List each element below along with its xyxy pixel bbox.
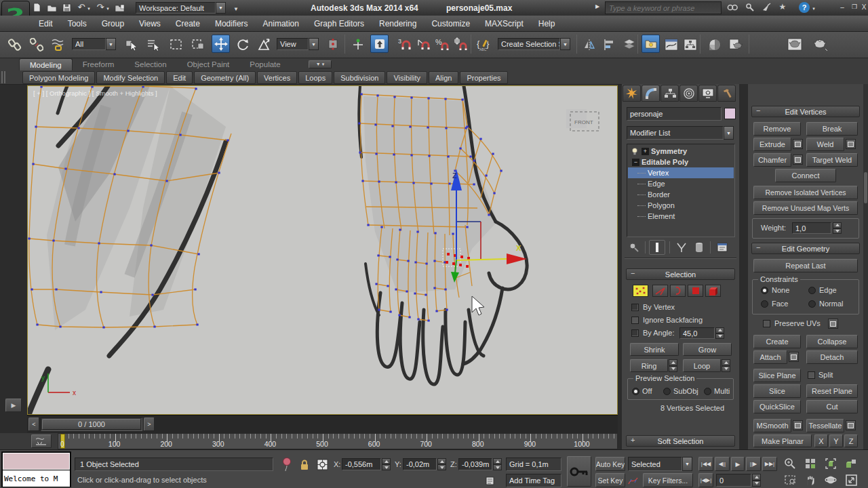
previous-frame-button[interactable]: ◀|| [715, 457, 730, 471]
subobject-edge-icon[interactable] [652, 285, 668, 297]
subobject-border-icon[interactable] [670, 285, 686, 297]
repeat-last-button[interactable]: Repeat Last [753, 259, 858, 272]
communication-center-icon[interactable] [745, 3, 755, 12]
tessellate-settings-icon[interactable] [846, 420, 856, 430]
connect-button[interactable]: Connect [775, 169, 836, 182]
preview-subobj-radio[interactable] [663, 388, 671, 395]
constraint-face-radio[interactable] [761, 300, 768, 308]
preserve-uvs-checkbox[interactable] [763, 320, 770, 327]
reference-coordinate-arrow[interactable]: ▼ [309, 38, 319, 50]
x-coord-field[interactable]: -0,556m [342, 458, 381, 470]
preview-off-radio[interactable] [632, 388, 639, 395]
minimize-button[interactable]: – [837, 2, 848, 12]
ribbon-panel-button[interactable]: Loops [298, 71, 332, 84]
selection-filter-dropdown[interactable]: All [72, 38, 106, 50]
pin-stack-icon[interactable] [626, 240, 642, 255]
break-button[interactable]: Break [806, 122, 858, 136]
tessellate-button[interactable]: Tessellate [806, 419, 844, 432]
set-key-button[interactable]: Set Key [595, 473, 625, 487]
next-frame-button[interactable]: ||▶ [746, 457, 761, 471]
scrollbar-thumb[interactable] [864, 172, 867, 203]
constraint-none-radio[interactable] [761, 287, 768, 294]
select-and-manipulate-icon[interactable] [349, 35, 367, 54]
save-file-icon[interactable] [61, 3, 72, 12]
ribbon-grip[interactable] [1, 71, 5, 83]
expand-icon[interactable]: + [642, 148, 649, 155]
make-unique-icon[interactable] [673, 240, 690, 255]
ribbon-panel-button[interactable]: Geometry (All) [194, 71, 256, 84]
object-name-field[interactable]: personaje [627, 107, 722, 121]
align-icon[interactable] [599, 35, 618, 54]
viewport-canvas[interactable]: Z X FRONT x y [ + ] [ Orthographic ] [ S… [28, 86, 617, 414]
by-angle-field[interactable]: 45,0 [679, 327, 715, 339]
default-in-out-tangents-icon[interactable] [627, 474, 640, 487]
current-frame-field[interactable]: 0 [716, 474, 751, 487]
rendered-frame-window-icon[interactable] [785, 35, 804, 54]
chamfer-button[interactable]: Chamfer [753, 153, 791, 167]
redo-dropdown-icon[interactable]: ▾ [105, 4, 111, 14]
project-folder-icon[interactable] [114, 3, 125, 12]
current-frame-spinner[interactable] [752, 474, 761, 487]
modifier-list-dropdown[interactable]: Modifier List [627, 126, 724, 140]
selection-rollout-header[interactable]: −Selection [626, 268, 735, 280]
ribbon-minimize-button[interactable]: ▼ ▾ [309, 60, 332, 68]
menu-item[interactable]: Rendering [372, 16, 424, 31]
chamfer-settings-icon[interactable] [793, 155, 803, 165]
modifier-stack[interactable]: + Symmetry − Editable Poly Vertex Edge B… [627, 144, 735, 237]
percent-snap-icon[interactable]: % [434, 35, 452, 54]
msmooth-button[interactable]: MSmooth [753, 419, 791, 432]
favorites-star-icon[interactable]: ★ [777, 2, 788, 12]
edit-geometry-rollout-header[interactable]: −Edit Geometry [751, 243, 860, 254]
time-slider-next-button[interactable]: > [144, 418, 155, 431]
x-coord-spinner[interactable] [382, 458, 391, 470]
zoom-region-icon[interactable] [781, 472, 799, 487]
msmooth-settings-icon[interactable] [793, 420, 803, 430]
rectangular-selection-region-icon[interactable] [167, 35, 185, 54]
orbit-icon[interactable] [822, 472, 840, 487]
stack-row-editable-poly[interactable]: − Editable Poly [628, 157, 734, 167]
current-frame-marker[interactable] [60, 434, 65, 449]
split-checkbox[interactable] [808, 371, 815, 379]
select-by-name-icon[interactable] [144, 35, 162, 54]
subscription-center-icon[interactable] [761, 3, 772, 12]
key-mode-toggle-button[interactable]: |◀▶| [698, 473, 713, 487]
stack-row-edge[interactable]: Edge [628, 178, 734, 189]
ribbon-panel-button[interactable]: Align [429, 71, 458, 84]
weld-settings-icon[interactable] [846, 139, 856, 149]
close-button[interactable]: X [860, 2, 868, 12]
use-pivot-point-icon[interactable] [324, 35, 342, 54]
make-planar-button[interactable]: Make Planar [753, 434, 812, 447]
menu-item[interactable]: Edit [31, 16, 60, 31]
stack-row-border[interactable]: Border [628, 189, 734, 200]
time-tag-icon[interactable] [483, 474, 496, 487]
render-setup-icon[interactable] [727, 35, 745, 54]
stack-row-element[interactable]: Element [628, 211, 734, 222]
modifier-list-arrow[interactable]: ▼ [724, 126, 734, 140]
remove-button[interactable]: Remove [753, 122, 801, 136]
zoom-icon[interactable] [781, 456, 799, 471]
selection-filter-arrow[interactable]: ▼ [106, 38, 116, 50]
ribbon-panel-button[interactable]: Visibility [387, 71, 427, 84]
stack-row-vertex[interactable]: Vertex [628, 167, 734, 178]
key-filters-button[interactable]: Key Filters... [643, 473, 693, 487]
ribbon-panel-button[interactable]: Modify Selection [96, 71, 165, 84]
search-input[interactable] [605, 1, 722, 14]
viewport[interactable]: Z X FRONT x y [ + ] [ Orthographic ] [ S… [27, 85, 618, 415]
menu-item[interactable]: Views [132, 16, 168, 31]
open-mini-curve-editor-button[interactable] [31, 434, 52, 448]
stack-row-polygon[interactable]: Polygon [628, 200, 734, 211]
select-and-scale-icon[interactable] [254, 35, 273, 54]
object-color-swatch[interactable] [724, 108, 736, 119]
shrink-button[interactable]: Shrink [630, 343, 679, 356]
y-coord-field[interactable]: -0,02m [403, 458, 437, 470]
zoom-extents-all-icon[interactable] [842, 456, 860, 471]
listener-script-pane[interactable]: Welcome to M [3, 470, 70, 487]
preview-multi-radio[interactable] [704, 388, 711, 395]
weight-spinner[interactable] [833, 222, 842, 234]
open-file-icon[interactable] [46, 3, 57, 12]
configure-modifier-sets-icon[interactable] [714, 240, 730, 255]
ribbon-panel-button[interactable]: Subdivision [334, 71, 385, 84]
tab-motion[interactable] [679, 85, 698, 102]
soft-selection-rollout-header[interactable]: +Soft Selection [626, 435, 735, 447]
ribbon-panel-button[interactable]: Polygon Modeling [22, 71, 95, 84]
